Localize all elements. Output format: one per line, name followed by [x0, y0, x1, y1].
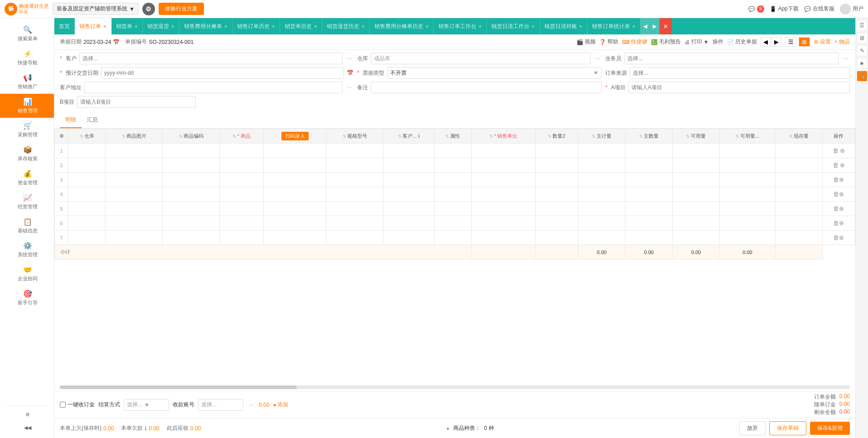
tab-sales-order[interactable]: 销售订单 ✕	[75, 18, 112, 34]
row-2-scan[interactable]	[264, 158, 326, 173]
row-2-code[interactable]	[163, 158, 220, 173]
row-1-current-qty[interactable]	[775, 144, 822, 158]
b-project-input[interactable]	[77, 96, 196, 108]
tab-close-ret-history[interactable]: ✕	[361, 24, 365, 29]
list-view-btn[interactable]: ☰	[785, 37, 797, 47]
order-source-input[interactable]	[630, 67, 850, 79]
tab-close-inv-history[interactable]: ✕	[314, 24, 317, 29]
settlement-select[interactable]: 选择... ▼	[124, 399, 169, 411]
delivery-calendar-icon[interactable]: 📅	[347, 70, 354, 76]
tab-summary[interactable]: 汇总	[82, 112, 103, 128]
horizontal-scrollbar[interactable]	[54, 384, 855, 391]
settings-icon[interactable]: ⚙	[142, 3, 155, 15]
sidebar-item-finance[interactable]: 💰 资金管理	[0, 166, 54, 190]
row-1-unit[interactable]	[471, 144, 535, 158]
row-5-delete-btn[interactable]: 🗑	[833, 205, 839, 212]
row-1-customer-code[interactable]	[383, 144, 434, 158]
tab-cash-reconcile[interactable]: 钱货日清对账 ✕	[540, 18, 587, 34]
row-7-delete-btn[interactable]: 🗑	[833, 234, 839, 241]
row-1-warehouse[interactable]	[68, 144, 106, 158]
sidebar-item-quicknav[interactable]: ⚡ 快捷导航	[0, 46, 54, 70]
warehouse-ellipsis[interactable]: ···	[593, 55, 601, 62]
row-2-spec[interactable]	[326, 158, 383, 173]
sidebar-item-sales[interactable]: 📊 销售管理	[0, 94, 54, 118]
sidebar-item-search[interactable]: 🔍 搜索菜单	[0, 22, 54, 46]
sidebar-item-system[interactable]: ⚙️ 系统管理	[0, 238, 54, 262]
grid-view-btn[interactable]: ⊞	[799, 37, 810, 47]
tab-sales-invoice[interactable]: 销货单 ✕	[112, 18, 143, 34]
row-2-available[interactable]	[673, 158, 720, 173]
row-1-product[interactable]	[220, 144, 264, 158]
right-panel-btn-2[interactable]: ⊞	[857, 33, 868, 43]
row-7-copy-btn[interactable]: ⊕	[839, 234, 844, 241]
app-download-btn[interactable]: 📱 App下载	[770, 5, 799, 13]
row-1-delete-btn[interactable]: 🗑	[833, 147, 839, 154]
tab-expense-history[interactable]: 销售费用分摊单历史 ✕	[370, 18, 434, 34]
tab-order-history[interactable]: 销售订单历史 ✕	[233, 18, 280, 34]
row-1-attribute[interactable]	[434, 144, 471, 158]
tab-sales-return[interactable]: 销货退货 ✕	[143, 18, 179, 34]
tab-close-return[interactable]: ✕	[171, 24, 175, 29]
draft-btn[interactable]: 保存草稿	[769, 421, 806, 435]
tab-prev-btn[interactable]: ◀	[640, 18, 650, 34]
sidebar-collapse-btn[interactable]: ◀◀	[0, 421, 54, 434]
tab-close-expense[interactable]: ✕	[224, 24, 228, 29]
row-1-image[interactable]	[106, 144, 163, 158]
row-1-main-qty[interactable]	[625, 144, 672, 158]
sidebar-settings-btn[interactable]: ⚙	[0, 408, 54, 421]
row-6-copy-btn[interactable]: ⊕	[839, 220, 844, 226]
delivery-date-input[interactable]	[101, 67, 344, 79]
tab-return-history[interactable]: 销货退货历史 ✕	[322, 18, 370, 34]
message-btn[interactable]: 💬 9	[748, 5, 764, 13]
row-5-copy-btn[interactable]: ⊕	[839, 205, 844, 212]
row-3-delete-btn[interactable]: 🗑	[833, 176, 839, 183]
tab-close-order-history[interactable]: ✕	[272, 24, 275, 29]
print-btn[interactable]: 🖨 打印 ▼	[684, 38, 709, 46]
account-select[interactable]: 选择...	[198, 399, 243, 411]
industry-btn[interactable]: 体验行业方案	[159, 3, 204, 15]
table-scroll[interactable]: ⚙ ⇅仓库 ⇅商品图片 ⇅商品编码	[54, 129, 855, 384]
tab-invoice-history[interactable]: 销货单历史 ✕	[280, 18, 322, 34]
column-settings-icon[interactable]: ⚙	[59, 133, 64, 139]
tab-cash-workbench[interactable]: 钱货日清工作台 ✕	[487, 18, 540, 34]
save-new-btn[interactable]: 保存&新增	[810, 422, 850, 435]
row-2-warehouse[interactable]	[68, 158, 106, 173]
a-project-input[interactable]	[628, 82, 850, 93]
address-ellipsis[interactable]: ···	[345, 84, 354, 91]
row-1-copy-btn[interactable]: ⊕	[840, 147, 845, 154]
customer-input[interactable]	[79, 53, 343, 64]
row-1-scan[interactable]	[264, 144, 326, 158]
sidebar-item-purchase[interactable]: 🛒 采购管理	[0, 118, 54, 142]
row-1-spec[interactable]	[326, 144, 383, 158]
settings-panel-btn[interactable]: ⚙ 设置	[814, 38, 831, 46]
operation-btn[interactable]: 操作	[713, 38, 723, 46]
row-1-qty2[interactable]	[535, 144, 578, 158]
history-btn[interactable]: 📄 历史单据	[727, 38, 757, 46]
th-settings[interactable]: ⚙	[55, 129, 68, 144]
tab-sales-stats[interactable]: 销售订单统计表 ✕	[587, 18, 640, 34]
user-btn[interactable]: 用户	[840, 4, 863, 14]
row-4-delete-btn[interactable]: 🗑	[833, 191, 839, 197]
right-panel-btn-4[interactable]: ★	[857, 58, 868, 69]
sidebar-item-inventory[interactable]: 📦 库存核算	[0, 142, 54, 166]
prev-doc-btn[interactable]: ◀	[761, 37, 771, 47]
view-btn[interactable]: 🎬 视频	[577, 38, 596, 46]
add-payment-btn[interactable]: ● 添加	[273, 401, 288, 409]
sidebar-item-basicinfo[interactable]: 📋 基础信息	[0, 214, 54, 238]
invoice-select[interactable]: 不开票 ▼	[387, 67, 601, 79]
tab-home[interactable]: 首页	[54, 18, 75, 34]
tab-next-btn[interactable]: ▶	[650, 18, 659, 34]
next-doc-btn[interactable]: ▶	[771, 37, 781, 47]
row-2-customer-code[interactable]	[383, 158, 434, 173]
row-2-image[interactable]	[106, 158, 163, 173]
online-service-btn[interactable]: 💬 在线客服	[804, 5, 834, 13]
tab-close-stats[interactable]: ✕	[632, 24, 635, 29]
profit-btn[interactable]: 💹 毛利预告	[651, 38, 681, 46]
system-selector[interactable]: 装备及固定资产辅助管理系统 ▼	[53, 3, 139, 15]
remark-input[interactable]	[371, 82, 602, 93]
salesperson-ellipsis[interactable]: ···	[842, 55, 850, 62]
row-2-delete-btn[interactable]: 🗑	[833, 162, 839, 168]
shortcut-btn[interactable]: ⌨ 快捷键	[622, 38, 647, 46]
row-2-main-qty[interactable]	[625, 158, 672, 173]
row-1-code[interactable]	[163, 144, 220, 158]
